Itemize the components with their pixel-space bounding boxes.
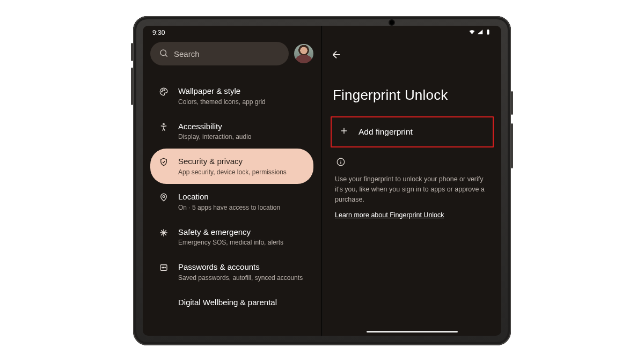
description-text: Use your fingerprint to unlock your phon…: [335, 174, 489, 204]
sidebar-item-safety[interactable]: Safety & emergency Emergency SOS, medica…: [150, 219, 313, 255]
palette-icon: [158, 86, 170, 97]
svg-point-2: [162, 91, 163, 92]
profile-avatar[interactable]: [294, 44, 313, 63]
plus-icon: [339, 126, 349, 138]
svg-point-4: [164, 90, 165, 91]
search-icon: [159, 48, 169, 60]
svg-rect-7: [160, 265, 167, 271]
svg-point-5: [163, 123, 164, 124]
home-indicator[interactable]: [367, 331, 458, 333]
sidebar-item-wellbeing[interactable]: Digital Wellbeing & parental: [150, 290, 313, 308]
item-sub: On · 5 apps have access to location: [178, 203, 280, 212]
svg-rect-11: [487, 30, 489, 35]
left-button-1[interactable]: [131, 43, 133, 61]
svg-point-9: [163, 268, 164, 269]
item-title: Wallpaper & style: [178, 86, 266, 97]
location-icon: [158, 191, 170, 202]
status-bar-right: [323, 26, 501, 40]
signal-icon: [477, 28, 484, 37]
svg-point-10: [165, 268, 166, 269]
accessibility-icon: [158, 121, 170, 132]
item-sub: Emergency SOS, medical info, alerts: [178, 238, 283, 247]
svg-rect-12: [487, 29, 488, 30]
add-fingerprint-button[interactable]: Add fingerprint: [331, 116, 494, 147]
item-title: Safety & emergency: [178, 227, 283, 238]
svg-point-0: [160, 50, 166, 56]
item-title: Security & privacy: [178, 156, 287, 167]
sidebar-item-location[interactable]: Location On · 5 apps have access to loca…: [150, 184, 313, 219]
detail-page: Fingerprint Unlock Add fingerprint Use y…: [323, 69, 501, 223]
power-button[interactable]: [511, 91, 513, 115]
item-sub: App security, device lock, permissions: [178, 168, 287, 176]
svg-point-15: [340, 160, 341, 160]
sidebar-item-passwords[interactable]: Passwords & accounts Saved passwords, au…: [150, 254, 313, 290]
emergency-icon: [158, 227, 170, 238]
wellbeing-icon: [158, 297, 170, 298]
svg-point-8: [162, 268, 163, 269]
right-panel: Fingerprint Unlock Add fingerprint Use y…: [323, 26, 501, 336]
item-sub: Display, interaction, audio: [178, 132, 252, 141]
info-icon: [336, 157, 492, 169]
volume-rocker[interactable]: [511, 123, 513, 168]
item-sub: Colors, themed icons, app grid: [178, 98, 266, 106]
front-camera: [390, 20, 394, 25]
shield-icon: [158, 156, 170, 167]
search-placeholder: Search: [174, 49, 200, 58]
svg-line-1: [165, 55, 167, 56]
left-button-2[interactable]: [131, 68, 133, 105]
learn-more-link[interactable]: Learn more about Fingerprint Unlock: [335, 211, 444, 219]
status-bar: 9:30: [143, 26, 321, 40]
sidebar-item-accessibility[interactable]: Accessibility Display, interaction, audi…: [150, 114, 313, 149]
sidebar-item-security[interactable]: Security & privacy App security, device …: [150, 149, 313, 184]
item-title: Passwords & accounts: [178, 262, 303, 272]
page-title: Fingerprint Unlock: [333, 87, 492, 104]
item-title: Digital Wellbeing & parental: [178, 297, 277, 308]
item-title: Accessibility: [178, 121, 252, 132]
search-row: Search: [143, 40, 321, 68]
key-icon: [158, 262, 170, 272]
svg-point-3: [163, 90, 164, 91]
search-input[interactable]: Search: [150, 42, 289, 65]
battery-icon: [485, 28, 492, 37]
left-panel: 9:30 Search Wallpaper & style Colors, th…: [143, 26, 321, 336]
add-fingerprint-label: Add fingerprint: [358, 127, 413, 137]
item-sub: Saved passwords, autofill, synced accoun…: [178, 274, 303, 282]
settings-list: Wallpaper & style Colors, themed icons, …: [143, 68, 321, 308]
back-button[interactable]: [331, 49, 342, 63]
svg-point-6: [163, 196, 165, 198]
item-title: Location: [178, 191, 280, 202]
device-frame: 9:30 Search Wallpaper & style Colors, th…: [133, 16, 511, 345]
wifi-icon: [469, 28, 475, 37]
sidebar-item-wallpaper[interactable]: Wallpaper & style Colors, themed icons, …: [150, 78, 313, 114]
status-time: 9:30: [152, 29, 165, 36]
